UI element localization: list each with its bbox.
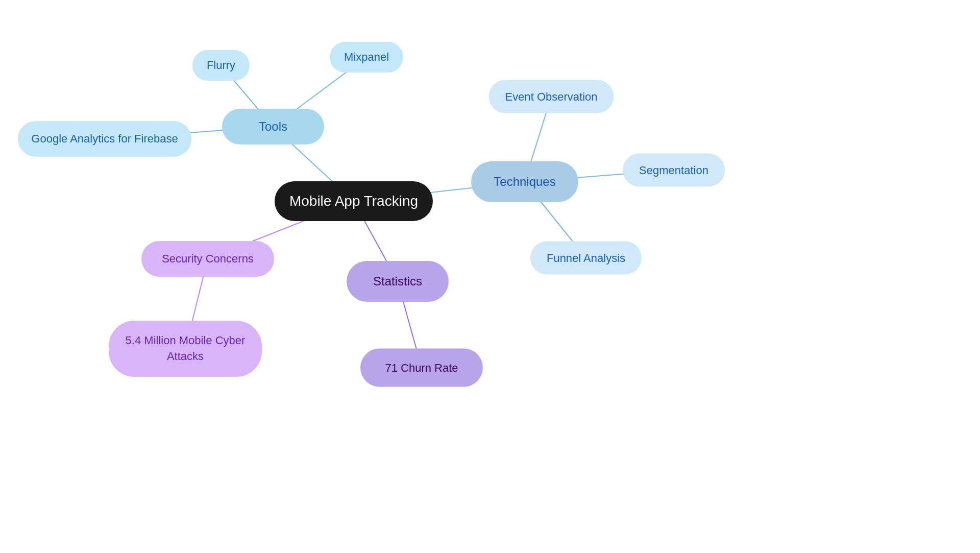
flurry-node: Flurry <box>192 50 250 81</box>
cyber-attacks-node: 5.4 Million Mobile Cyber Attacks <box>109 321 262 377</box>
techniques-node: Techniques <box>471 161 578 202</box>
statistics-node: Statistics <box>347 261 449 302</box>
security-concerns-node: Security Concerns <box>141 241 274 277</box>
mixpanel-node: Mixpanel <box>330 42 403 73</box>
funnel-analysis-node: Funnel Analysis <box>530 242 642 275</box>
center-node: Mobile App Tracking <box>275 181 433 221</box>
google-analytics-node: Google Analytics for Firebase <box>18 121 191 157</box>
segmentation-node: Segmentation <box>623 154 725 187</box>
churn-rate-node: 71 Churn Rate <box>360 349 483 387</box>
event-observation-node: Event Observation <box>489 80 614 113</box>
tools-node: Tools <box>222 109 324 145</box>
